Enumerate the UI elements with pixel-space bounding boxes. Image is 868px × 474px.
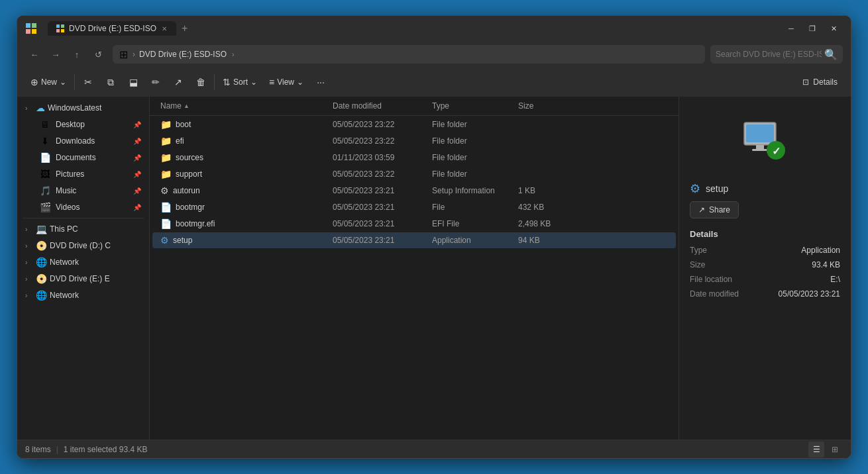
navigation-bar: ← → ↑ ↺ ⊞ › DVD Drive (E:) ESD-ISO › 🔍 <box>17 41 851 68</box>
file-name-cell: 📁 efi <box>160 136 333 146</box>
view-button[interactable]: ≡ View ⌄ <box>264 71 309 93</box>
share-toolbar-button[interactable]: ↗ <box>168 71 189 93</box>
svg-text:✓: ✓ <box>771 146 780 157</box>
file-name-cell: ⚙ setup <box>160 235 333 246</box>
details-icon: ⊡ <box>802 77 809 87</box>
file-type-cell: File folder <box>432 136 518 146</box>
maximize-button[interactable]: ❐ <box>803 22 822 35</box>
share-button[interactable]: ↗ Share <box>690 201 739 218</box>
network2-chevron: › <box>25 292 33 299</box>
refresh-button[interactable]: ↺ <box>89 45 107 64</box>
col-type-label: Type <box>432 101 449 111</box>
sidebar-network-1[interactable]: › 🌐 Network <box>20 254 146 270</box>
pin-icon-downloads: 📌 <box>133 138 141 145</box>
dvd-e-chevron: › <box>25 275 33 283</box>
delete-button[interactable]: 🗑 <box>190 71 211 93</box>
table-row[interactable]: 📁 sources 01/11/2023 03:59 File folder <box>152 150 676 166</box>
sidebar-windows-latest[interactable]: › ☁ WindowsLatest <box>20 100 146 116</box>
sort-chevron: ⌄ <box>250 77 257 87</box>
sidebar-network-2[interactable]: › 🌐 Network <box>20 287 146 303</box>
col-header-name[interactable]: Name ▲ <box>158 99 330 113</box>
sidebar-this-pc[interactable]: › 💻 This PC <box>20 221 146 237</box>
col-header-type[interactable]: Type <box>429 99 515 113</box>
detail-preview: ✓ <box>690 107 840 173</box>
windows-latest-label: WindowsLatest <box>48 103 141 113</box>
app-icon <box>25 23 37 34</box>
file-type-cell: File folder <box>432 169 518 179</box>
details-view-toggle[interactable]: ☰ <box>808 442 824 457</box>
large-icons-view-toggle[interactable]: ⊞ <box>827 442 843 457</box>
more-options-button[interactable]: ··· <box>310 71 331 93</box>
view-chevron: ⌄ <box>297 77 303 87</box>
table-row[interactable]: 📄 bootmgr 05/05/2023 23:21 File 432 KB <box>152 199 676 215</box>
rename-button[interactable]: ✏ <box>145 71 166 93</box>
col-header-date[interactable]: Date modified <box>330 99 429 113</box>
sidebar-item-pictures[interactable]: 🖼 Pictures 📌 <box>20 166 146 182</box>
svg-rect-3 <box>32 29 36 34</box>
downloads-icon: ⬇ <box>38 136 52 146</box>
copy-button[interactable]: ⧉ <box>100 71 121 93</box>
sidebar-item-music[interactable]: 🎵 Music 📌 <box>20 183 146 199</box>
table-row[interactable]: ⚙ autorun 05/05/2023 23:21 Setup Informa… <box>152 183 676 199</box>
detail-type-row: Type Application <box>690 246 840 255</box>
item-count: 8 items <box>25 445 51 454</box>
active-tab[interactable]: DVD Drive (E:) ESD-ISO ✕ <box>48 21 176 36</box>
file-name-cell: 📁 boot <box>160 119 333 130</box>
tab-close-button[interactable]: ✕ <box>160 25 168 32</box>
file-type-cell: Application <box>432 236 518 245</box>
sidebar-item-documents[interactable]: 📄 Documents 📌 <box>20 150 146 166</box>
file-name-text: support <box>176 169 202 179</box>
svg-rect-11 <box>752 149 768 151</box>
back-button[interactable]: ← <box>25 45 44 64</box>
minimize-button[interactable]: ─ <box>782 22 800 35</box>
sidebar-dvd-drive-d[interactable]: › 📀 DVD Drive (D:) C <box>20 238 146 254</box>
table-row[interactable]: 📄 bootmgr.efi 05/05/2023 23:21 EFI File … <box>152 216 676 232</box>
svg-rect-6 <box>56 29 60 32</box>
table-row[interactable]: 📁 support 05/05/2023 23:22 File folder <box>152 166 676 182</box>
up-button[interactable]: ↑ <box>68 45 86 64</box>
file-name-text: bootmgr <box>176 203 205 212</box>
table-row[interactable]: 📁 boot 05/05/2023 23:22 File folder <box>152 117 676 132</box>
file-name-cell: 📁 sources <box>160 152 333 163</box>
file-date-cell: 05/05/2023 23:22 <box>333 169 432 179</box>
search-input[interactable] <box>716 50 822 59</box>
table-row[interactable]: ⚙ setup 05/05/2023 23:21 Application 94 … <box>152 232 676 248</box>
network1-icon: 🌐 <box>36 257 47 267</box>
sort-button[interactable]: ⇅ Sort ⌄ <box>217 71 262 93</box>
file-date-cell: 05/05/2023 23:22 <box>333 120 432 129</box>
pictures-label: Pictures <box>56 169 129 179</box>
details-section-title: Details <box>690 229 840 239</box>
dvd-d-chevron: › <box>25 242 33 250</box>
paste-button[interactable]: ⬓ <box>123 71 144 93</box>
new-tab-button[interactable]: + <box>176 23 193 34</box>
tab-title: DVD Drive (E:) ESD-ISO <box>69 24 156 33</box>
address-sep1: › <box>133 50 135 59</box>
sidebar-item-downloads[interactable]: ⬇ Downloads 📌 <box>20 133 146 149</box>
sidebar-dvd-drive-e[interactable]: › 📀 DVD Drive (E:) E <box>20 271 146 287</box>
file-type-icon: 📁 <box>160 169 172 179</box>
sidebar-item-desktop[interactable]: 🖥 Desktop 📌 <box>20 117 146 132</box>
music-label: Music <box>56 186 129 195</box>
tab-bar: DVD Drive (E:) ESD-ISO ✕ + <box>48 21 193 36</box>
documents-icon: 📄 <box>38 152 52 163</box>
address-bar[interactable]: ⊞ › DVD Drive (E:) ESD-ISO › <box>113 45 705 64</box>
search-bar[interactable]: 🔍 <box>710 45 843 64</box>
pin-icon-videos: 📌 <box>133 204 141 211</box>
col-header-size[interactable]: Size <box>515 99 569 113</box>
detail-location-label: File location <box>690 275 732 284</box>
file-type-icon: ⚙ <box>160 185 169 196</box>
detail-location-row: File location E:\ <box>690 275 840 284</box>
sidebar-item-videos[interactable]: 🎬 Videos 📌 <box>20 199 146 215</box>
new-label: New <box>41 77 57 87</box>
close-button[interactable]: ✕ <box>824 22 843 35</box>
new-button[interactable]: ⊕ New ⌄ <box>25 71 72 93</box>
file-type-cell: File <box>432 203 518 212</box>
forward-button[interactable]: → <box>46 45 65 64</box>
file-name-cell: ⚙ autorun <box>160 185 333 196</box>
table-row[interactable]: 📁 efi 05/05/2023 23:22 File folder <box>152 133 676 149</box>
col-date-label: Date modified <box>333 101 382 111</box>
svg-rect-9 <box>746 124 774 142</box>
cut-button[interactable]: ✂ <box>78 71 99 93</box>
sidebar: › ☁ WindowsLatest 🖥 Desktop 📌 ⬇ Download… <box>17 97 150 440</box>
details-toggle-button[interactable]: ⊡ Details <box>797 75 843 89</box>
